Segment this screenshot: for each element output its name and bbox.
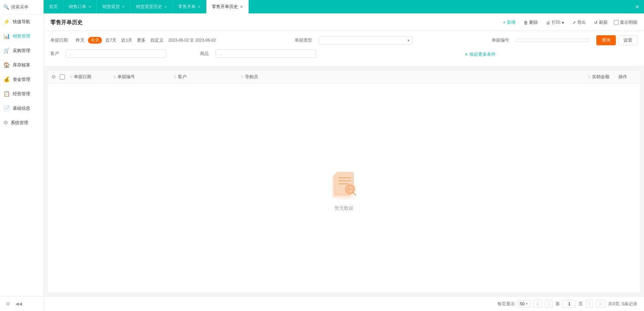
filter-area: 单据日期 昨天 今天 近7天 近1月 更多 自定义 2023-06-02 至 2…: [44, 31, 644, 67]
date-more[interactable]: 更多: [136, 37, 147, 44]
col-date[interactable]: ⇅ 单据日期: [69, 74, 113, 80]
tab-close-icon[interactable]: ✕: [164, 5, 167, 9]
sidebar-search[interactable]: 🔍 搜索采单: [0, 0, 43, 14]
date-label: 单据日期: [50, 37, 68, 43]
tab-sales-return[interactable]: 销货退货 ✕: [97, 0, 131, 13]
sidebar-item-quick-nav[interactable]: ⚡ 快捷导航: [0, 14, 43, 29]
sidebar-item-finance[interactable]: 💰 资金管理: [0, 72, 43, 87]
empty-illustration: [324, 165, 364, 205]
select-all-checkbox[interactable]: [60, 74, 65, 80]
main-area: 首页 销售订单 ✕ 销货退货 ✕ 销货退货历史 ✕ 零售开单 ✕ 零售开单历史 …: [44, 0, 644, 311]
print-dropdown-icon: ▾: [562, 20, 564, 25]
finance-icon: 💰: [3, 76, 10, 83]
customer-label: 客户: [50, 51, 59, 57]
date-yesterday[interactable]: 昨天: [75, 37, 86, 44]
collapse-filter-button[interactable]: ∧ 收起更多条件: [465, 51, 496, 57]
settings-icon[interactable]: ⚙: [3, 300, 13, 308]
per-page-select[interactable]: 50 ▾: [517, 300, 530, 308]
col-number[interactable]: ⇅ 单据编号: [113, 74, 174, 80]
type-label: 单据类型: [295, 37, 312, 43]
empty-state: 暂无数据: [47, 84, 640, 293]
sidebar-item-label: 系统管理: [11, 120, 28, 126]
tab-sales-order[interactable]: 销售订单 ✕: [63, 0, 97, 13]
chevron-up-icon: ∧: [465, 52, 468, 57]
delete-button[interactable]: 🗑 删除: [522, 18, 540, 27]
sidebar-search-label: 搜索采单: [11, 4, 29, 10]
dropdown-arrow-icon: ▾: [407, 38, 410, 43]
sidebar: 🔍 搜索采单 ⚡ 快捷导航 📊 销售管理 🛒 采购管理 🏠 库存核算 💰 资金管…: [0, 0, 44, 311]
settings-button[interactable]: 设置: [618, 35, 637, 45]
collapse-sidebar-icon[interactable]: ◀◀: [13, 300, 25, 308]
table-columns: ⇅ 单据日期 ⇅ 单据编号 ⇅ 客户 ⇅ 导购员: [69, 74, 636, 80]
query-button[interactable]: 查询: [596, 35, 616, 45]
next-page-button[interactable]: ⟩: [586, 300, 593, 308]
sidebar-bottom: ⚙ ◀◀: [0, 296, 43, 311]
tab-close-icon[interactable]: ✕: [198, 5, 201, 9]
date-today[interactable]: 今天: [88, 37, 102, 44]
total-label: 共0页, 0条记录: [608, 301, 637, 307]
first-page-button[interactable]: ⟨⟨: [533, 300, 542, 308]
sort-icon: ⇅: [69, 75, 72, 79]
window-close-icon[interactable]: ✕: [634, 4, 641, 10]
date-options: 昨天 今天 近7天 近1月 更多 自定义 2023-06-02 至 2023-0…: [75, 37, 216, 44]
table-header-row: ⚙ ⇅ 单据日期 ⇅ 单据编号 ⇅ 客户: [47, 70, 640, 84]
table-container: ⚙ ⇅ 单据日期 ⇅ 单据编号 ⇅ 客户: [47, 70, 641, 293]
date-1month[interactable]: 近1月: [120, 37, 134, 44]
last-page-button[interactable]: ⟩⟩: [596, 300, 605, 308]
sidebar-item-label: 快捷导航: [13, 19, 30, 25]
tab-close-icon[interactable]: ✕: [122, 5, 125, 9]
trash-icon: 🗑: [524, 20, 528, 25]
print-icon: 🖨: [546, 20, 550, 25]
column-settings-icon[interactable]: ⚙: [51, 74, 56, 80]
tab-retail-history[interactable]: 零售开单历史 ✕: [206, 0, 249, 13]
sidebar-item-label: 资金管理: [13, 76, 30, 83]
sidebar-item-label: 经营管理: [13, 91, 30, 97]
sidebar-item-operations[interactable]: 📋 经营管理: [0, 87, 43, 101]
col-customer[interactable]: ⇅ 客户: [174, 74, 241, 80]
tab-close-icon[interactable]: ✕: [240, 5, 243, 9]
customer-input[interactable]: …: [66, 49, 166, 58]
tabs-bar: 首页 销售订单 ✕ 销货退货 ✕ 销货退货历史 ✕ 零售开单 ✕ 零售开单历史 …: [44, 0, 644, 13]
tab-home[interactable]: 首页: [44, 0, 63, 13]
date-custom[interactable]: 自定义: [149, 37, 165, 44]
tab-retail-open[interactable]: 零售开单 ✕: [173, 0, 206, 13]
toolbar: + 新增 🗑 删除 🖨 打印 ▾ ↗ 导出 ↺: [501, 18, 637, 27]
show-detail-toggle[interactable]: 显示明细: [614, 19, 637, 25]
sidebar-item-basic-info[interactable]: 📄 基础信息: [0, 101, 43, 115]
sidebar-item-sales[interactable]: 📊 销售管理: [0, 29, 43, 43]
print-button[interactable]: 🖨 打印 ▾: [544, 18, 566, 27]
page-number-input[interactable]: 1: [562, 300, 576, 308]
sidebar-item-system[interactable]: ⚙ 系统管理: [0, 115, 43, 130]
pagination-bar: 每页显示 50 ▾ ⟨⟨ ⟨ 第 1 页 ⟩ ⟩⟩ 共0页, 0条记录: [44, 296, 644, 311]
date-7days[interactable]: 近7天: [104, 37, 118, 44]
tab-sales-return-history[interactable]: 销货退货历史 ✕: [131, 0, 173, 13]
col-action: 操作: [609, 74, 636, 80]
prev-page-button[interactable]: ⟨: [545, 300, 553, 308]
type-select[interactable]: ▾: [319, 36, 413, 45]
per-page-value: 50: [520, 301, 525, 306]
page-label: 页: [579, 301, 583, 307]
add-button[interactable]: + 新增: [501, 18, 517, 27]
sidebar-item-inventory[interactable]: 🏠 库存核算: [0, 58, 43, 72]
export-icon: ↗: [572, 20, 576, 25]
export-button[interactable]: ↗ 导出: [570, 18, 588, 27]
tab-close-icon[interactable]: ✕: [88, 5, 91, 9]
page-label-before: 第: [555, 301, 560, 307]
search-icon: 🔍: [3, 4, 9, 10]
number-label: 单据编号: [492, 37, 509, 43]
page-title-row: 零售开单历史 + 新增 🗑 删除 🖨 打印 ▾ ↗ 导出: [50, 18, 637, 27]
filter-row-1: 单据日期 昨天 今天 近7天 近1月 更多 自定义 2023-06-02 至 2…: [50, 35, 637, 45]
sales-icon: 📊: [3, 33, 10, 39]
per-page-arrow: ▾: [526, 302, 528, 306]
sidebar-item-purchase[interactable]: 🛒 采购管理: [0, 43, 43, 58]
col-amount[interactable]: ⇅ 实销金额: [576, 74, 609, 80]
sort-icon: ⇅: [241, 75, 244, 79]
col-guide[interactable]: ⇅ 导购员: [241, 74, 294, 80]
number-input[interactable]: [516, 39, 590, 42]
refresh-icon: ↺: [594, 20, 598, 25]
goods-input[interactable]: …: [215, 49, 316, 58]
content-area: 零售开单历史 + 新增 🗑 删除 🖨 打印 ▾ ↗ 导出: [44, 13, 644, 311]
sidebar-item-label: 采购管理: [13, 48, 30, 54]
show-detail-checkbox[interactable]: [614, 20, 618, 25]
refresh-button[interactable]: ↺ 刷新: [592, 18, 610, 27]
